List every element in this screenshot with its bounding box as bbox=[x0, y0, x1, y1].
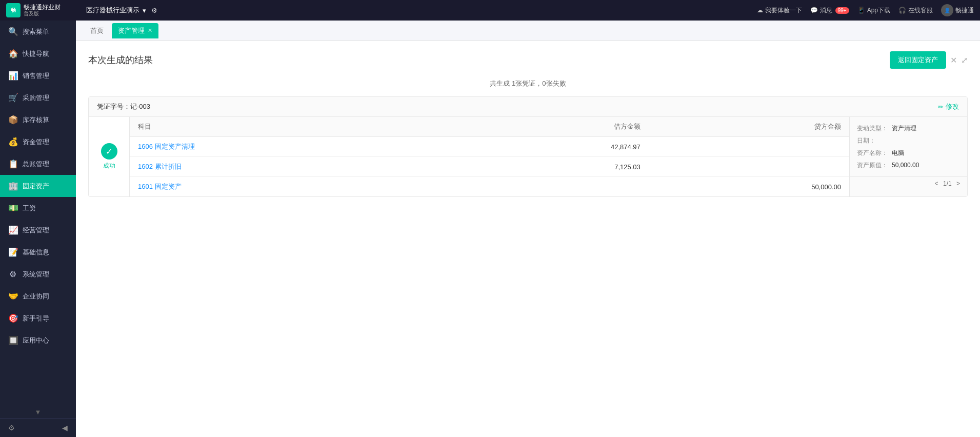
row1-credit bbox=[649, 137, 849, 157]
sidebar-item-quick-nav[interactable]: 🏠 快捷导航 bbox=[0, 43, 76, 65]
sidebar-item-business[interactable]: 📈 经营管理 bbox=[0, 219, 76, 241]
voucher-header: 凭证字号：记-003 ✏ 修改 bbox=[89, 97, 967, 117]
sidebar-item-fixed-assets[interactable]: 🏢 固定资产 bbox=[0, 175, 76, 197]
tab-close-icon[interactable]: ✕ bbox=[148, 27, 152, 34]
table-row: 1606 固定资产清理 42,874.97 bbox=[130, 137, 849, 157]
sidebar-settings-icon[interactable]: ⚙ bbox=[8, 424, 15, 432]
sidebar-item-search[interactable]: 🔍 搜索菜单 bbox=[0, 21, 76, 43]
sidebar-item-guide[interactable]: 🎯 新手引导 bbox=[0, 307, 76, 329]
payroll-icon: 💵 bbox=[8, 203, 17, 213]
settings-icon[interactable]: ⚙ bbox=[151, 7, 157, 14]
row1-debit: 42,874.97 bbox=[448, 137, 649, 157]
phone-icon: 📱 bbox=[857, 7, 865, 14]
col-credit: 贷方金额 bbox=[649, 117, 849, 137]
pagination[interactable]: < 1/1 > bbox=[850, 176, 967, 190]
sidebar-item-purchase[interactable]: 🛒 采购管理 bbox=[0, 87, 76, 109]
success-icon: ✓ bbox=[101, 143, 117, 160]
sidebar-item-app-center[interactable]: 🔲 应用中心 bbox=[0, 329, 76, 351]
sidebar-scroll: 🔍 搜索菜单 🏠 快捷导航 📊 销售管理 🛒 采购管理 📦 库存核算 💰 bbox=[0, 21, 76, 406]
main-layout: 🔍 搜索菜单 🏠 快捷导航 📊 销售管理 🛒 采购管理 📦 库存核算 💰 bbox=[0, 21, 980, 437]
change-type-value: 资产清理 bbox=[892, 122, 916, 134]
sales-icon: 📊 bbox=[8, 71, 17, 81]
row2-debit: 7,125.03 bbox=[448, 157, 649, 177]
summary-text: 共生成 1张凭证，0张失败 bbox=[88, 79, 968, 88]
logo-icon: 畅 bbox=[6, 3, 21, 17]
voucher-data-table: 科目 借方金额 贷方金额 1606 固定资产清理 bbox=[130, 117, 849, 196]
success-text: 成功 bbox=[103, 162, 115, 170]
table-row: 1601 固定资产 50,000.00 bbox=[130, 177, 849, 197]
ledger-icon: 📋 bbox=[8, 159, 17, 169]
voucher-number: 凭证字号：记-003 bbox=[97, 102, 150, 111]
sidebar: 🔍 搜索菜单 🏠 快捷导航 📊 销售管理 🛒 采购管理 📦 库存核算 💰 bbox=[0, 21, 76, 437]
business-icon: 📈 bbox=[8, 225, 17, 235]
edit-button[interactable]: ✏ 修改 bbox=[938, 102, 959, 111]
avatar: 👤 bbox=[941, 4, 953, 16]
sidebar-collapse-icon[interactable]: ◀ bbox=[62, 424, 68, 432]
basic-info-icon: 📝 bbox=[8, 247, 17, 257]
online-service-action[interactable]: 🎧 在线客服 bbox=[898, 6, 933, 15]
page-info: 1/1 bbox=[943, 180, 952, 187]
page-content: 本次生成的结果 返回固定资产 ✕ ⤢ 共生成 1张凭证，0张失败 凭证字号：记-… bbox=[76, 41, 980, 437]
return-button[interactable]: 返回固定资产 bbox=[890, 51, 946, 69]
inventory-icon: 📦 bbox=[8, 115, 17, 125]
asset-name-label: 资产名称： bbox=[857, 147, 888, 159]
sidebar-scroll-arrow[interactable]: ▼ bbox=[0, 406, 76, 418]
guide-icon: 🎯 bbox=[8, 313, 17, 323]
sidebar-item-payroll[interactable]: 💵 工资 bbox=[0, 197, 76, 219]
sidebar-item-inventory[interactable]: 📦 库存核算 bbox=[0, 109, 76, 131]
sidebar-item-sales[interactable]: 📊 销售管理 bbox=[0, 65, 76, 87]
finance-icon: 💰 bbox=[8, 137, 17, 147]
row3-credit: 50,000.00 bbox=[649, 177, 849, 197]
asset-name-value: 电脑 bbox=[892, 147, 904, 159]
row2-credit bbox=[649, 157, 849, 177]
tab-asset-mgmt[interactable]: 资产管理 ✕ bbox=[112, 23, 158, 38]
table-main: 科目 借方金额 贷方金额 1606 固定资产清理 bbox=[130, 117, 849, 196]
sidebar-item-enterprise[interactable]: 🤝 企业协同 bbox=[0, 285, 76, 307]
page-header: 本次生成的结果 返回固定资产 ✕ ⤢ bbox=[88, 51, 968, 69]
messages-action[interactable]: 💬 消息 99 bbox=[810, 6, 849, 15]
table-row: 1602 累计折旧 7,125.03 bbox=[130, 157, 849, 177]
original-value-row: 资产原值： 50,000.00 bbox=[857, 159, 960, 171]
user-action[interactable]: 👤 畅捷通 bbox=[941, 4, 974, 16]
sidebar-item-system[interactable]: ⚙ 系统管理 bbox=[0, 263, 76, 285]
date-label: 日期： bbox=[857, 134, 875, 147]
enterprise-icon: 🤝 bbox=[8, 291, 17, 301]
change-type-row: 变动类型： 资产清理 bbox=[857, 122, 960, 134]
voucher-card: 凭证字号：记-003 ✏ 修改 ✓ 成功 bbox=[88, 96, 968, 197]
cloud-icon: ☁ bbox=[757, 7, 763, 14]
row3-subject: 1601 固定资产 bbox=[130, 177, 448, 197]
prev-page-icon[interactable]: < bbox=[935, 180, 938, 187]
system-icon: ⚙ bbox=[8, 269, 17, 279]
asset-name-row: 资产名称： 电脑 bbox=[857, 147, 960, 159]
sidebar-item-basic-info[interactable]: 📝 基础信息 bbox=[0, 241, 76, 263]
col-subject: 科目 bbox=[130, 117, 448, 137]
tab-home[interactable]: 首页 bbox=[84, 23, 110, 38]
app-download-action[interactable]: 📱 App下载 bbox=[857, 6, 890, 15]
top-header: 畅 畅捷通好业财 普及版 医疗器械行业演示 ▾ ⚙ ☁ 我要体验一下 💬 消息 … bbox=[0, 0, 980, 21]
side-info-content: 变动类型： 资产清理 日期： 资产名称： 电脑 bbox=[850, 117, 967, 176]
sidebar-item-finance[interactable]: 💰 资金管理 bbox=[0, 131, 76, 153]
messages-badge: 99 bbox=[835, 7, 849, 14]
message-icon: 💬 bbox=[810, 7, 818, 14]
original-value-value: 50,000.00 bbox=[892, 159, 919, 171]
content-area: 首页 资产管理 ✕ 本次生成的结果 返回固定资产 ✕ ⤢ 共生成 1张凭证，0张… bbox=[76, 21, 980, 437]
sidebar-item-ledger[interactable]: 📋 总账管理 bbox=[0, 153, 76, 175]
home-icon: 🏠 bbox=[8, 49, 17, 58]
change-type-label: 变动类型： bbox=[857, 122, 888, 134]
chevron-down-icon: ▾ bbox=[143, 7, 146, 14]
original-value-label: 资产原值： bbox=[857, 159, 888, 171]
experience-action[interactable]: ☁ 我要体验一下 bbox=[757, 6, 802, 15]
voucher-table: ✓ 成功 科目 借方金额 贷方金额 bbox=[89, 117, 967, 196]
company-selector[interactable]: 医疗器械行业演示 ▾ ⚙ bbox=[82, 4, 162, 17]
search-icon: 🔍 bbox=[8, 27, 17, 36]
logo-text: 畅捷通好业财 普及版 bbox=[24, 4, 61, 17]
success-cell: ✓ 成功 bbox=[89, 117, 130, 196]
next-page-icon[interactable]: > bbox=[956, 180, 960, 187]
row1-subject: 1606 固定资产清理 bbox=[130, 137, 448, 157]
logo-area: 畅 畅捷通好业财 普及版 bbox=[6, 3, 82, 17]
purchase-icon: 🛒 bbox=[8, 93, 17, 103]
window-expand-icon[interactable]: ⤢ bbox=[961, 55, 968, 65]
sidebar-footer: ⚙ ◀ bbox=[0, 418, 76, 437]
side-info-panel: 变动类型： 资产清理 日期： 资产名称： 电脑 bbox=[849, 117, 967, 196]
window-close-icon[interactable]: ✕ bbox=[950, 55, 957, 65]
